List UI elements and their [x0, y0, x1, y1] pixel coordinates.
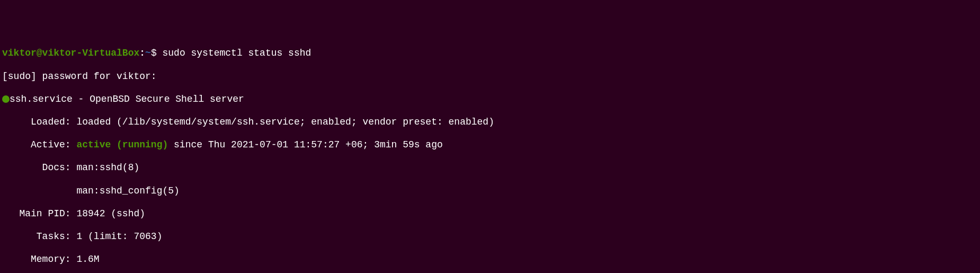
loaded-label: Loaded:: [2, 117, 76, 127]
active-label: Active:: [2, 139, 76, 150]
prompt-path: ~: [145, 48, 151, 58]
docs-line-2: man:sshd_config(5): [2, 186, 978, 197]
typed-command: sudo systemctl status sshd: [162, 48, 311, 58]
loaded-value: loaded (/lib/systemd/system/ssh.service;…: [76, 117, 494, 127]
tasks-label: Tasks:: [2, 231, 76, 242]
docs-value-1: man:sshd(8): [76, 162, 139, 173]
tasks-line: Tasks: 1 (limit: 7063): [2, 231, 978, 243]
pid-label: Main PID:: [2, 208, 76, 219]
memory-value: 1.6M: [76, 254, 99, 265]
loaded-line: Loaded: loaded (/lib/systemd/system/ssh.…: [2, 117, 978, 128]
sudo-password-prompt: [sudo] password for viktor:: [2, 71, 978, 83]
docs-label: Docs:: [2, 162, 76, 173]
service-header: ssh.service - OpenBSD Secure Shell serve…: [2, 94, 978, 105]
active-line: Active: active (running) since Thu 2021-…: [2, 139, 978, 151]
memory-label: Memory:: [2, 254, 76, 265]
pid-line: Main PID: 18942 (sshd): [2, 208, 978, 220]
tasks-value: 1 (limit: 7063): [76, 231, 162, 242]
prompt-user-host: viktor@viktor-VirtualBox: [2, 48, 139, 58]
prompt-dollar: $: [151, 48, 163, 58]
service-name: ssh.service - OpenBSD Secure Shell serve…: [10, 94, 244, 104]
status-dot-icon: [2, 95, 10, 103]
docs-indent: [2, 186, 76, 196]
memory-line: Memory: 1.6M: [2, 254, 978, 266]
docs-value-2: man:sshd_config(5): [76, 186, 179, 196]
active-state: active (running): [76, 139, 168, 150]
active-since: since Thu 2021-07-01 11:57:27 +06; 3min …: [168, 139, 442, 150]
pid-value: 18942 (sshd): [76, 208, 145, 219]
docs-line-1: Docs: man:sshd(8): [2, 162, 978, 174]
command-line-1[interactable]: viktor@viktor-VirtualBox:~$ sudo systemc…: [2, 48, 978, 59]
prompt-colon: :: [139, 48, 145, 58]
